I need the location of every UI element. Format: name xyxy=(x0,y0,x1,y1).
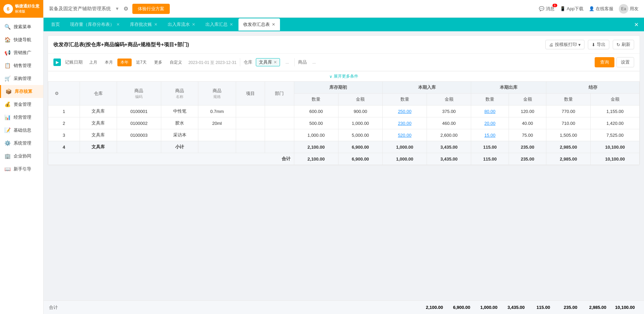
tab-bar: 首页 现存量（库存分布表） ✕ 库存批次账 ✕ 出入库流水 ✕ 出入库汇总 ✕ … xyxy=(44,18,644,31)
tab-close-icon[interactable]: ✕ xyxy=(154,22,158,27)
app-download-btn[interactable]: 📱 App下载 xyxy=(560,6,583,12)
filter-bar: ▶ 记账日期 上月 本月 本年 近7天 更多 自定义 2023-01-01 至 … xyxy=(48,54,640,71)
warehouse-more-btn[interactable]: ... xyxy=(283,59,291,66)
tab-inout-flow-label: 出入库流水 xyxy=(168,21,190,28)
sidebar-item-quick-nav[interactable]: 🏠 快捷导航 xyxy=(0,33,43,46)
sidebar-item-beginner[interactable]: 📖 新手引导 xyxy=(0,163,43,176)
warehouse-tag-close[interactable]: ✕ xyxy=(274,60,277,65)
sidebar-item-system[interactable]: ⚙️ 系统管理 xyxy=(0,137,43,150)
cell-in-qty[interactable]: 520.00 xyxy=(382,129,427,141)
cell-no: 2 xyxy=(48,117,80,129)
tab-inout-flow[interactable]: 出入库流水 ✕ xyxy=(163,18,200,31)
cell-goods-name: 中性笔 xyxy=(161,105,198,117)
cell-out-amt: 120.00 xyxy=(509,105,546,117)
table-settings-icon[interactable]: ⚙ xyxy=(52,88,62,99)
cell-warehouse: 文具库 xyxy=(80,117,117,129)
sidebar-item-inventory[interactable]: 📦 库存核算 xyxy=(0,85,43,98)
sidebar-item-basic-info[interactable]: 📝 基础信息 xyxy=(0,124,43,137)
filter-settings-btn[interactable]: 设置 xyxy=(616,57,634,67)
operations-icon: 📊 xyxy=(4,114,11,120)
filter-collapse-btn[interactable]: ▶ xyxy=(53,59,61,66)
tab-bar-close-btn[interactable]: ✕ xyxy=(631,20,641,29)
th-goods-spec: 商品规格 xyxy=(198,82,236,105)
date-btn-7days[interactable]: 近7天 xyxy=(133,59,150,66)
date-btn-custom[interactable]: 自定义 xyxy=(167,59,185,66)
header-left: 装备及固定资产辅助管理系统 ▼ ⚙ 体验行业方案 xyxy=(49,4,170,14)
home-icon: 🏠 xyxy=(4,37,11,43)
footer-out-amt: 235.00 xyxy=(509,153,546,165)
date-btn-this-year[interactable]: 本年 xyxy=(117,59,132,66)
bottom-in-qty: 1,000.00 xyxy=(475,305,502,310)
warehouse-filter-label: 仓库 xyxy=(244,59,252,65)
footer-opening-qty: 2,100.00 xyxy=(294,153,338,165)
sidebar-item-sales[interactable]: 📋 销售管理 xyxy=(0,59,43,72)
cell-goods-name: 采访本 xyxy=(161,129,198,141)
print-btn[interactable]: 🖨 按模板打印 ▾ xyxy=(545,40,584,49)
footer-out-qty: 115.00 xyxy=(471,153,509,165)
cell-goods-spec: 0.7mm xyxy=(198,105,236,117)
sidebar-logo: 6 畅捷通好生意 标准版 xyxy=(0,0,43,18)
filter-divider xyxy=(240,58,240,66)
cell-opening-amt: 900.00 xyxy=(338,105,382,117)
sidebar-item-operations[interactable]: 📊 经营管理 xyxy=(0,111,43,124)
sidebar-item-label: 销售管理 xyxy=(14,63,31,69)
cell-closing-qty: 770.00 xyxy=(546,105,591,117)
sidebar-item-search[interactable]: 🔍 搜索菜单 xyxy=(0,20,43,33)
th-closing-qty: 数量 xyxy=(546,94,591,105)
date-btn-last-month[interactable]: 上月 xyxy=(86,59,100,66)
cell-out-qty[interactable]: 20.00 xyxy=(471,117,509,129)
cell-out-qty[interactable]: 80.00 xyxy=(471,105,509,117)
tab-inventory-distribution-label: 现存量（库存分布表） xyxy=(70,21,114,28)
sidebar-item-label: 营销推广 xyxy=(14,50,31,56)
refresh-btn[interactable]: ↻ 刷新 xyxy=(613,40,634,49)
basic-info-icon: 📝 xyxy=(4,127,11,133)
query-btn[interactable]: 查询 xyxy=(595,57,614,67)
date-range-display: 2023-01-01 至 2023-12-31 xyxy=(188,59,236,66)
cell-in-qty[interactable]: 230.00 xyxy=(382,117,427,129)
cell-goods-spec xyxy=(198,129,236,141)
experience-btn[interactable]: 体验行业方案 xyxy=(132,4,170,14)
tab-close-icon[interactable]: ✕ xyxy=(272,22,275,27)
sidebar-item-label: 采购管理 xyxy=(14,76,31,82)
goods-more-btn[interactable]: ... xyxy=(310,59,318,66)
sidebar-item-enterprise[interactable]: 🏢 企业协同 xyxy=(0,150,43,163)
sidebar-item-purchase[interactable]: 🛒 采购管理 xyxy=(0,72,43,85)
online-support-btn[interactable]: 👤 在线客服 xyxy=(589,6,613,12)
sys-title: 装备及固定资产辅助管理系统 xyxy=(49,6,111,12)
tab-close-icon[interactable]: ✕ xyxy=(192,22,195,27)
expand-conditions-label: 展开更多条件 xyxy=(334,73,358,79)
sidebar-item-marketing[interactable]: 📢 营销推广 xyxy=(0,46,43,59)
logo-text-block: 畅捷通好生意 标准版 xyxy=(15,4,39,14)
tab-close-icon[interactable]: ✕ xyxy=(230,22,233,27)
sidebar-item-label: 快捷导航 xyxy=(14,37,31,43)
bottom-out-qty: 115.00 xyxy=(530,305,557,310)
tab-batch-ledger[interactable]: 库存批次账 ✕ xyxy=(125,18,162,31)
print-icon: 🖨 xyxy=(549,42,554,47)
cell-in-amt: 2,600.00 xyxy=(427,129,471,141)
tab-inout-summary[interactable]: 出入库汇总 ✕ xyxy=(201,18,238,31)
cell-goods-name: 小计 xyxy=(161,141,198,153)
sidebar-menu: 🔍 搜索菜单 🏠 快捷导航 📢 营销推广 📋 销售管理 🛒 采购管理 📦 库存核… xyxy=(0,18,43,314)
cell-department xyxy=(265,105,294,117)
tab-close-icon[interactable]: ✕ xyxy=(116,22,120,27)
export-btn[interactable]: ⬇ 导出 xyxy=(588,40,609,49)
table-row: 1 文具库 0100001 中性笔 0.7mm 600.00 900.00 25… xyxy=(48,105,640,117)
tab-home[interactable]: 首页 xyxy=(46,18,65,31)
cell-goods-name: 胶水 xyxy=(161,117,198,129)
cell-out-qty[interactable]: 15.00 xyxy=(471,129,509,141)
date-btn-more[interactable]: 更多 xyxy=(151,59,165,66)
notifications-btn[interactable]: 💬 消息 6 xyxy=(539,6,555,12)
tab-recv-send-summary[interactable]: 收发存汇总表 ✕ xyxy=(238,18,280,31)
sidebar-item-finance[interactable]: 💰 资金管理 xyxy=(0,98,43,111)
avatar: Ea xyxy=(619,4,628,14)
cell-warehouse: 文具库 xyxy=(80,105,117,117)
date-btn-this-month[interactable]: 本月 xyxy=(102,59,116,66)
settings-gear-icon[interactable]: ⚙ xyxy=(123,5,128,12)
user-btn[interactable]: Ea 用友 xyxy=(619,4,639,14)
tab-inventory-distribution[interactable]: 现存量（库存分布表） ✕ xyxy=(65,18,125,31)
cell-in-amt: 3,435.00 xyxy=(427,141,471,153)
logo-line2: 标准版 xyxy=(15,9,39,14)
expand-conditions-btn[interactable]: ∨ 展开更多条件 xyxy=(48,71,640,81)
cell-in-qty[interactable]: 250.00 xyxy=(382,105,427,117)
table-row: 2 文具库 0100002 胶水 20ml 500.00 1,000.00 23… xyxy=(48,117,640,129)
